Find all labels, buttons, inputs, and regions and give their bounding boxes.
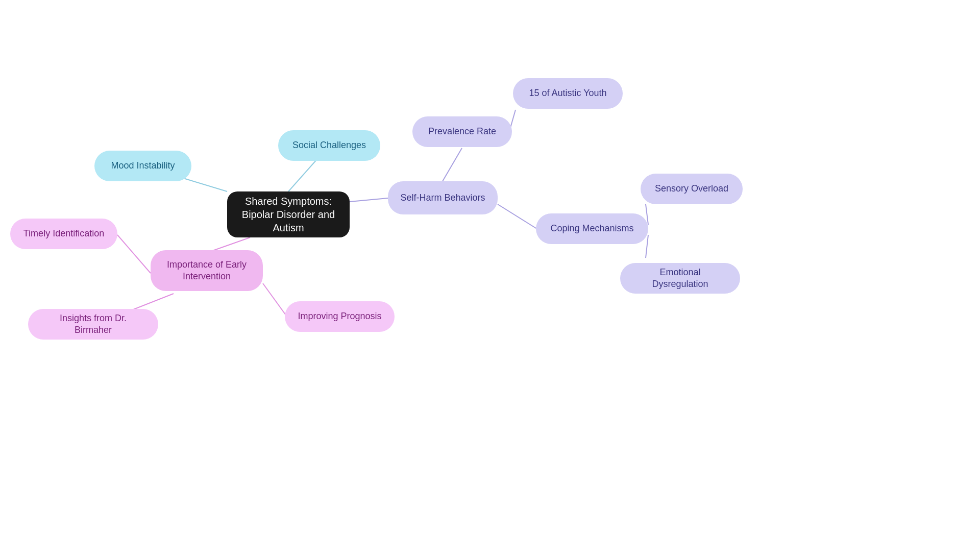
social-challenges-label: Social Challenges	[292, 139, 366, 151]
prevalence-rate-node[interactable]: Prevalence Rate	[412, 116, 512, 147]
sensory-overload-label: Sensory Overload	[655, 183, 728, 195]
improving-prognosis-node[interactable]: Improving Prognosis	[285, 301, 395, 332]
mood-instability-node[interactable]: Mood Instability	[94, 151, 191, 181]
coping-mechanisms-node[interactable]: Coping Mechanisms	[536, 213, 648, 244]
timely-identification-label: Timely Identification	[23, 228, 104, 239]
emotional-dysregulation-label: Emotional Dysregulation	[632, 267, 728, 291]
importance-early-intervention-node[interactable]: Importance of Early Intervention	[151, 250, 263, 291]
timely-identification-node[interactable]: Timely Identification	[10, 219, 117, 249]
improving-prognosis-label: Improving Prognosis	[298, 310, 381, 322]
svg-line-4	[117, 235, 151, 273]
sensory-overload-node[interactable]: Sensory Overload	[641, 174, 743, 204]
svg-line-8	[510, 110, 516, 128]
svg-line-7	[443, 148, 462, 181]
prevalence-rate-label: Prevalence Rate	[428, 126, 496, 137]
mood-instability-label: Mood Instability	[111, 160, 175, 172]
social-challenges-node[interactable]: Social Challenges	[278, 130, 380, 161]
importance-early-intervention-label: Importance of Early Intervention	[163, 259, 251, 283]
center-label: Shared Symptoms: Bipolar Disorder and Au…	[239, 195, 337, 234]
svg-line-9	[498, 204, 538, 230]
center-node[interactable]: Shared Symptoms: Bipolar Disorder and Au…	[227, 191, 350, 237]
self-harm-behaviors-node[interactable]: Self-Harm Behaviors	[388, 181, 498, 214]
coping-mechanisms-label: Coping Mechanisms	[550, 223, 633, 234]
svg-line-3	[350, 198, 388, 202]
svg-line-11	[646, 235, 648, 258]
insights-label: Insights from Dr. Birmaher	[40, 312, 146, 336]
autistic-youth-node[interactable]: 15 of Autistic Youth	[513, 78, 623, 109]
self-harm-behaviors-label: Self-Harm Behaviors	[400, 192, 485, 204]
emotional-dysregulation-node[interactable]: Emotional Dysregulation	[620, 263, 740, 294]
autistic-youth-label: 15 of Autistic Youth	[529, 87, 606, 99]
insights-node[interactable]: Insights from Dr. Birmaher	[28, 309, 158, 340]
